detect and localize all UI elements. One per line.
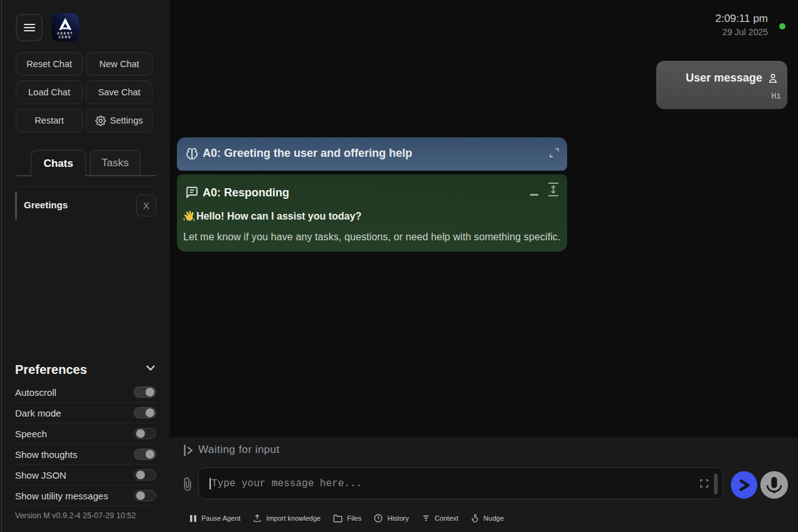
svg-text:AGENT: AGENT <box>57 32 73 35</box>
svg-text:ZERO: ZERO <box>59 36 72 39</box>
